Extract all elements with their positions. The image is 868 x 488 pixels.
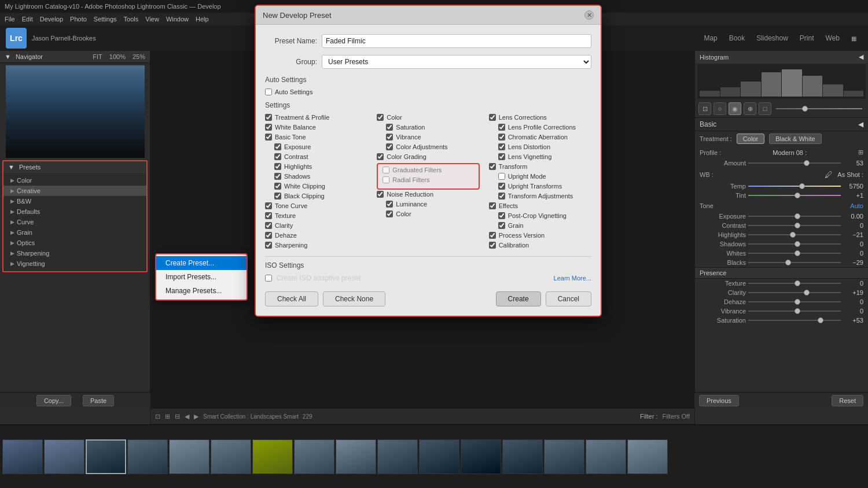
- create-button[interactable]: Create: [496, 291, 541, 306]
- wb-value[interactable]: As Shot :: [837, 171, 863, 178]
- filmstrip-thumb-13[interactable]: [502, 439, 543, 474]
- paste-button[interactable]: Paste: [83, 395, 114, 406]
- highlights-check[interactable]: [274, 163, 281, 170]
- color-grading-check[interactable]: [377, 153, 384, 160]
- preset-group-bw[interactable]: ▶ B&W: [3, 196, 146, 206]
- filmstrip-thumb-14[interactable]: [544, 439, 584, 474]
- blacks-slider[interactable]: [748, 262, 841, 263]
- black-clipping-check[interactable]: [274, 193, 281, 199]
- filmstrip-thumb-12[interactable]: [461, 439, 501, 474]
- filmstrip-thumb-5[interactable]: [169, 439, 209, 474]
- color-check[interactable]: [377, 114, 384, 121]
- zoom-thumb[interactable]: [802, 106, 808, 112]
- radial-filters-check[interactable]: [382, 176, 389, 183]
- exposure-slider[interactable]: [748, 216, 841, 217]
- filmstrip-thumb-11[interactable]: [419, 439, 459, 474]
- auto-settings-check[interactable]: [265, 88, 272, 95]
- menu-file[interactable]: File: [5, 16, 15, 23]
- group-select[interactable]: User Presets: [322, 55, 591, 69]
- sharpening-check[interactable]: [265, 242, 272, 249]
- filmstrip-thumb-9[interactable]: [336, 439, 376, 474]
- color-adj-check[interactable]: [386, 143, 393, 150]
- preset-group-grain[interactable]: ▶ Grain: [3, 227, 146, 238]
- chromatic-check[interactable]: [498, 134, 505, 141]
- exposure-check[interactable]: [274, 143, 281, 150]
- filmstrip-thumb-15[interactable]: [586, 439, 626, 474]
- filmstrip-thumb-6[interactable]: [211, 439, 251, 474]
- saturation-slider[interactable]: [748, 320, 841, 321]
- learn-more-link[interactable]: Learn More...: [554, 275, 591, 282]
- preset-group-optics[interactable]: ▶ Optics: [3, 238, 146, 248]
- tone-curve-check[interactable]: [265, 202, 272, 209]
- filter-value[interactable]: Filters Off: [663, 413, 690, 420]
- preset-group-sharpening[interactable]: ▶ Sharpening: [3, 248, 146, 258]
- treatment-check[interactable]: [265, 114, 272, 121]
- profile-value[interactable]: Modern 08 :: [773, 149, 807, 156]
- menu-photo[interactable]: Photo: [70, 16, 87, 23]
- tone-auto[interactable]: Auto: [850, 202, 863, 209]
- module-web[interactable]: Web: [826, 34, 840, 42]
- healing-tool[interactable]: ○: [713, 102, 726, 115]
- filmstrip-thumb-8[interactable]: [294, 439, 334, 474]
- crop-tool[interactable]: ⊡: [698, 102, 711, 115]
- vibrance-slider[interactable]: [748, 310, 841, 312]
- check-all-button[interactable]: Check All: [265, 291, 318, 306]
- effects-check[interactable]: [489, 202, 496, 209]
- process-version-check[interactable]: [489, 232, 496, 239]
- transform-check[interactable]: [489, 163, 496, 170]
- preset-group-vignetting[interactable]: ▶ Vignetting: [3, 258, 146, 269]
- module-map[interactable]: Map: [704, 34, 717, 42]
- graduated-filters-check[interactable]: [382, 167, 389, 173]
- preset-group-defaults[interactable]: ▶ Defaults: [3, 206, 146, 217]
- contrast-slider[interactable]: [748, 225, 841, 226]
- menu-help[interactable]: Help: [196, 16, 209, 23]
- view-compare-icon[interactable]: ⊞: [165, 413, 170, 420]
- white-clipping-check[interactable]: [274, 183, 281, 190]
- clarity-slider[interactable]: [748, 292, 841, 293]
- transform-adj-check[interactable]: [498, 193, 505, 199]
- menu-tools[interactable]: Tools: [124, 16, 139, 23]
- shadows-slider[interactable]: [748, 243, 841, 245]
- filmstrip-thumb-16[interactable]: [627, 439, 668, 474]
- menu-edit[interactable]: Edit: [22, 16, 33, 23]
- calibration-check[interactable]: [489, 242, 496, 249]
- shadows-check[interactable]: [274, 173, 281, 180]
- preset-name-input[interactable]: [322, 34, 591, 48]
- zoom-slider[interactable]: [776, 108, 862, 109]
- color-treatment-button[interactable]: Color: [737, 134, 764, 144]
- filmstrip-thumb-4[interactable]: [127, 439, 168, 474]
- menu-settings[interactable]: Settings: [94, 16, 117, 23]
- iso-check[interactable]: [265, 275, 272, 282]
- texture-check[interactable]: [265, 212, 272, 219]
- whites-slider[interactable]: [748, 253, 841, 254]
- check-none-button[interactable]: Check None: [323, 291, 385, 306]
- context-create-preset[interactable]: Create Preset...: [156, 256, 247, 270]
- context-import-presets[interactable]: Import Presets...: [156, 270, 247, 284]
- module-slideshow[interactable]: Slideshow: [756, 34, 788, 42]
- highlights-slider[interactable]: [748, 234, 841, 235]
- color-nr-check[interactable]: [386, 210, 393, 217]
- preset-group-creative[interactable]: ▶ Creative: [3, 186, 146, 196]
- filmstrip-thumb-7[interactable]: [252, 439, 293, 474]
- menu-window[interactable]: Window: [166, 16, 189, 23]
- saturation-check[interactable]: [386, 124, 393, 131]
- nav-fit[interactable]: FIT: [93, 53, 102, 60]
- nav-forward-icon[interactable]: ▶: [194, 413, 198, 420]
- nav-back-icon[interactable]: ◀: [185, 413, 189, 420]
- clarity-check[interactable]: [265, 222, 272, 229]
- dehaze-slider[interactable]: [748, 301, 841, 302]
- module-print[interactable]: Print: [800, 34, 814, 42]
- lens-corrections-check[interactable]: [489, 114, 496, 121]
- copy-button[interactable]: Copy...: [36, 395, 71, 406]
- menu-view[interactable]: View: [145, 16, 159, 23]
- bw-treatment-button[interactable]: Black & White: [769, 134, 821, 144]
- amount-slider[interactable]: [748, 162, 841, 164]
- upright-transforms-check[interactable]: [498, 183, 505, 190]
- filmstrip-thumb-3[interactable]: [86, 439, 126, 474]
- lens-profile-check[interactable]: [498, 124, 505, 131]
- view-single-icon[interactable]: ⊡: [155, 413, 160, 420]
- lens-vignetting-check[interactable]: [498, 153, 505, 160]
- redeye-tool[interactable]: ⊕: [744, 102, 756, 115]
- reset-button[interactable]: Reset: [832, 395, 863, 406]
- tint-slider[interactable]: [748, 195, 841, 196]
